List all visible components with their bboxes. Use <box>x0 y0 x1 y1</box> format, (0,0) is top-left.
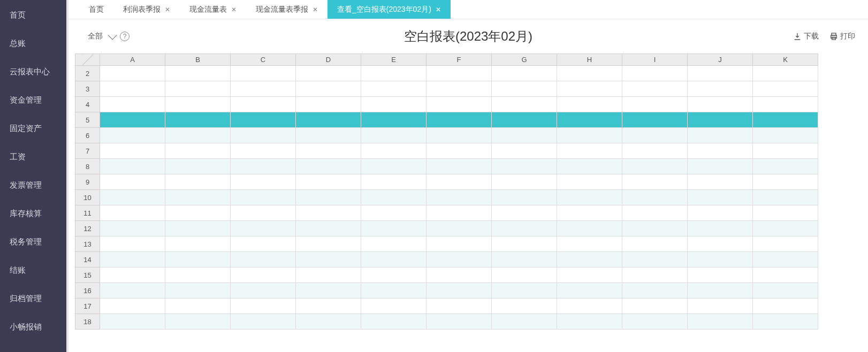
cell[interactable] <box>688 314 753 330</box>
cell[interactable] <box>100 283 165 299</box>
row-header[interactable]: 2 <box>75 66 100 81</box>
cell[interactable] <box>296 314 361 330</box>
cell[interactable] <box>427 97 492 112</box>
cell[interactable] <box>361 283 427 299</box>
sidebar-item[interactable]: 首页 <box>0 1 66 29</box>
tab[interactable]: 首页 <box>79 0 113 19</box>
cell[interactable] <box>622 299 688 314</box>
cell[interactable] <box>492 97 557 112</box>
cell[interactable] <box>231 66 296 81</box>
cell[interactable] <box>100 221 165 236</box>
row-header[interactable]: 8 <box>75 159 100 174</box>
close-icon[interactable]: ✕ <box>436 6 441 13</box>
cell[interactable] <box>427 283 492 299</box>
cell[interactable] <box>361 128 427 143</box>
cell[interactable] <box>296 174 361 190</box>
cell[interactable] <box>557 66 622 81</box>
cell[interactable] <box>296 159 361 174</box>
cell[interactable] <box>296 97 361 112</box>
cell[interactable] <box>100 112 165 128</box>
cell[interactable] <box>622 81 688 97</box>
cell[interactable] <box>165 159 231 174</box>
cell[interactable] <box>231 221 296 236</box>
cell[interactable] <box>296 252 361 267</box>
cell[interactable] <box>557 299 622 314</box>
cell[interactable] <box>557 314 622 330</box>
column-header[interactable]: I <box>622 54 688 66</box>
cell[interactable] <box>492 190 557 205</box>
cell[interactable] <box>165 143 231 159</box>
tab[interactable]: 现金流量表✕ <box>180 0 246 19</box>
cell[interactable] <box>688 221 753 236</box>
cell[interactable] <box>492 205 557 221</box>
cell[interactable] <box>427 159 492 174</box>
cell[interactable] <box>427 221 492 236</box>
cell[interactable] <box>427 143 492 159</box>
cell[interactable] <box>492 174 557 190</box>
cell[interactable] <box>688 97 753 112</box>
cell[interactable] <box>688 66 753 81</box>
cell[interactable] <box>296 66 361 81</box>
cell[interactable] <box>296 221 361 236</box>
cell[interactable] <box>557 174 622 190</box>
cell[interactable] <box>296 299 361 314</box>
sheet-corner[interactable] <box>75 54 100 66</box>
row-header[interactable]: 17 <box>75 299 100 314</box>
row-header[interactable]: 10 <box>75 190 100 205</box>
cell[interactable] <box>296 81 361 97</box>
cell[interactable] <box>231 97 296 112</box>
sidebar-item[interactable]: 归档管理 <box>0 285 66 313</box>
cell[interactable] <box>100 314 165 330</box>
cell[interactable] <box>557 283 622 299</box>
cell[interactable] <box>492 314 557 330</box>
cell[interactable] <box>231 236 296 252</box>
cell[interactable] <box>296 267 361 283</box>
cell[interactable] <box>492 81 557 97</box>
cell[interactable] <box>622 97 688 112</box>
cell[interactable] <box>296 190 361 205</box>
cell[interactable] <box>361 159 427 174</box>
cell[interactable] <box>100 128 165 143</box>
cell[interactable] <box>492 159 557 174</box>
cell[interactable] <box>753 252 818 267</box>
cell[interactable] <box>231 112 296 128</box>
cell[interactable] <box>622 190 688 205</box>
cell[interactable] <box>688 112 753 128</box>
column-header[interactable]: B <box>165 54 231 66</box>
row-header[interactable]: 7 <box>75 143 100 159</box>
cell[interactable] <box>492 112 557 128</box>
cell[interactable] <box>753 112 818 128</box>
cell[interactable] <box>231 299 296 314</box>
cell[interactable] <box>361 81 427 97</box>
cell[interactable] <box>231 314 296 330</box>
cell[interactable] <box>165 174 231 190</box>
cell[interactable] <box>753 128 818 143</box>
cell[interactable] <box>165 97 231 112</box>
print-button[interactable]: 打印 <box>829 32 855 41</box>
column-header[interactable]: D <box>296 54 361 66</box>
cell[interactable] <box>231 174 296 190</box>
cell[interactable] <box>231 159 296 174</box>
cell[interactable] <box>427 267 492 283</box>
column-header[interactable]: H <box>557 54 622 66</box>
sidebar-item[interactable]: 库存核算 <box>0 200 66 228</box>
cell[interactable] <box>492 221 557 236</box>
cell[interactable] <box>753 267 818 283</box>
cell[interactable] <box>361 174 427 190</box>
row-header[interactable]: 5 <box>75 112 100 128</box>
row-header[interactable]: 13 <box>75 236 100 252</box>
cell[interactable] <box>427 66 492 81</box>
cell[interactable] <box>492 128 557 143</box>
cell[interactable] <box>165 299 231 314</box>
cell[interactable] <box>100 267 165 283</box>
close-icon[interactable]: ✕ <box>313 6 318 13</box>
cell[interactable] <box>231 283 296 299</box>
cell[interactable] <box>361 314 427 330</box>
cell[interactable] <box>165 252 231 267</box>
cell[interactable] <box>688 159 753 174</box>
cell[interactable] <box>688 205 753 221</box>
cell[interactable] <box>361 66 427 81</box>
cell[interactable] <box>231 190 296 205</box>
cell[interactable] <box>688 128 753 143</box>
tab[interactable]: 查看_空白报表(2023年02月)✕ <box>328 0 451 19</box>
